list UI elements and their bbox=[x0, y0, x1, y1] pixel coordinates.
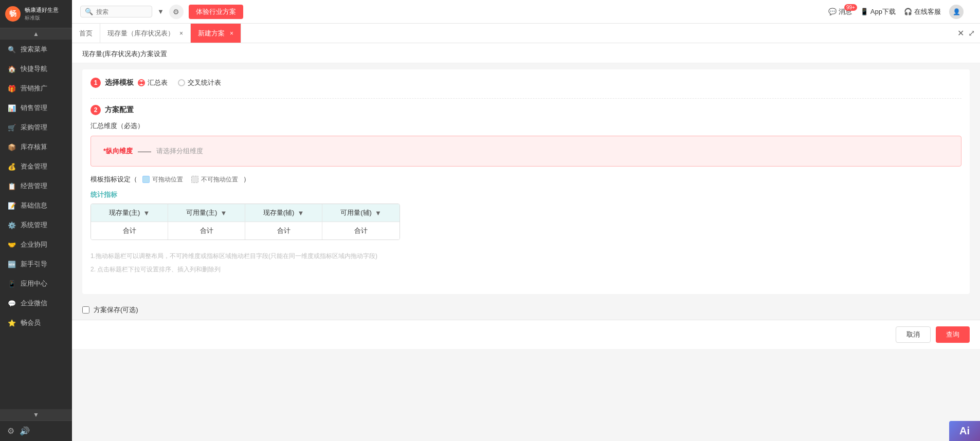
topbar-online-service[interactable]: 🎧 在线客服 bbox=[904, 7, 941, 16]
save-checkbox[interactable] bbox=[82, 306, 89, 314]
header-cell-0[interactable]: 现存量(主) ▼ bbox=[91, 204, 168, 222]
sidebar-item-wechat[interactable]: 💬 企业微信 bbox=[0, 293, 72, 313]
header-cell-1[interactable]: 可用量(主) ▼ bbox=[168, 204, 245, 222]
query-button[interactable]: 查询 bbox=[936, 326, 970, 343]
chat-icon: 💬 bbox=[7, 299, 16, 308]
topbar-search-box[interactable]: 🔍 bbox=[80, 6, 152, 17]
header-dropdown-1[interactable]: ▼ bbox=[220, 209, 227, 217]
message-icon: 💬 bbox=[828, 8, 837, 15]
sidebar-scroll-up[interactable]: ▲ bbox=[0, 28, 72, 40]
sidebar-item-label: 营销推广 bbox=[21, 84, 47, 93]
radio-cross[interactable]: 交叉统计表 bbox=[178, 78, 221, 87]
service-label: 在线客服 bbox=[914, 7, 941, 16]
settings-footer-icon[interactable]: ⚙ bbox=[7, 426, 14, 436]
info-icon: 📝 bbox=[7, 201, 16, 210]
window-expand-icon[interactable]: ⤢ bbox=[968, 28, 975, 38]
sidebar-item-finance[interactable]: 💰 资金管理 bbox=[0, 157, 72, 176]
tab-inventory[interactable]: 现存量（库存状况表） × bbox=[100, 24, 191, 43]
box-icon: 📦 bbox=[7, 142, 16, 152]
trial-btn[interactable]: 体验行业方案 bbox=[189, 5, 243, 19]
header-label-2: 现存量(辅) bbox=[263, 208, 295, 217]
chart-icon: 📊 bbox=[7, 103, 16, 113]
header-dropdown-0[interactable]: ▼ bbox=[143, 209, 150, 217]
sidebar-item-basic[interactable]: 📝 基础信息 bbox=[0, 196, 72, 215]
header-label-1: 可用量(主) bbox=[186, 208, 217, 217]
sidebar-item-label: 资金管理 bbox=[21, 162, 47, 171]
cancel-button[interactable]: 取消 bbox=[896, 326, 931, 343]
mobile-icon: 📱 bbox=[7, 279, 16, 288]
tab-new-plan-label: 新建方案 bbox=[198, 29, 225, 38]
window-close-icon[interactable]: ✕ bbox=[957, 28, 964, 38]
legend-fixed: 不可拖动位置 bbox=[191, 175, 238, 184]
app-logo-text: 畅康通好生意 标准版 bbox=[25, 6, 59, 21]
header-cell-2[interactable]: 现存量(辅) ▼ bbox=[245, 204, 322, 222]
step1-header: 1 选择模板 汇总表 交叉统计表 bbox=[90, 78, 961, 88]
sidebar-item-quick-nav[interactable]: 🏠 快捷导航 bbox=[0, 59, 72, 79]
sidebar-item-sales[interactable]: 📊 销售管理 bbox=[0, 98, 72, 118]
sound-footer-icon[interactable]: 🔊 bbox=[20, 426, 30, 436]
star-icon: ⭐ bbox=[7, 318, 16, 327]
tab-new-plan[interactable]: 新建方案 × bbox=[191, 24, 241, 43]
sidebar-item-label: 采购管理 bbox=[21, 123, 47, 132]
divider1 bbox=[90, 98, 961, 99]
indicator-legend: 可拖动位置 不可拖动位置 bbox=[142, 175, 238, 184]
stats-table-header: 现存量(主) ▼ 可用量(主) ▼ 现存量(辅) ▼ bbox=[91, 204, 400, 222]
indicator-setting-row: 模板指标设定（ 可拖动位置 不可拖动位置 ） bbox=[90, 175, 961, 184]
sidebar-item-label: 库存核算 bbox=[21, 142, 47, 152]
header-cell-3[interactable]: 可用量(辅) ▼ bbox=[322, 204, 400, 222]
sidebar-item-label: 企业协同 bbox=[21, 240, 47, 249]
money-icon: 💰 bbox=[7, 162, 16, 171]
step1-title: 选择模板 bbox=[105, 78, 134, 87]
search-input[interactable] bbox=[96, 8, 148, 15]
topbar-app-download[interactable]: 📱 App下载 bbox=[860, 7, 896, 16]
topbar: 🔍 ▼ ⚙ 体验行业方案 💬 消息 99+ 📱 App下载 🎧 在线客服 bbox=[72, 0, 980, 24]
sidebar-footer: ⚙ 🔊 bbox=[0, 420, 72, 441]
sidebar-item-marketing[interactable]: 🎁 营销推广 bbox=[0, 79, 72, 98]
topbar-messages[interactable]: 💬 消息 99+ bbox=[828, 7, 852, 16]
sidebar-item-inventory[interactable]: 📦 库存核算 bbox=[0, 137, 72, 157]
radio-summary-label: 汇总表 bbox=[148, 78, 168, 87]
settings-panel: 1 选择模板 汇总表 交叉统计表 bbox=[82, 69, 970, 294]
sidebar-item-search[interactable]: 🔍 搜索菜单 bbox=[0, 40, 72, 59]
sidebar-item-guide[interactable]: 🆕 新手引导 bbox=[0, 254, 72, 274]
tab-home[interactable]: 首页 bbox=[72, 24, 100, 43]
save-label: 方案保存(可选) bbox=[94, 305, 138, 315]
topbar-dropdown-arrow[interactable]: ▼ bbox=[157, 8, 164, 15]
stats-table: 现存量(主) ▼ 可用量(主) ▼ 现存量(辅) ▼ bbox=[90, 204, 400, 240]
sidebar-item-operations[interactable]: 📋 经营管理 bbox=[0, 176, 72, 196]
sidebar-item-purchase[interactable]: 🛒 采购管理 bbox=[0, 118, 72, 137]
app-logo-icon: 畅 bbox=[5, 6, 21, 22]
data-cell-2: 合计 bbox=[245, 222, 322, 240]
page-title: 现存量(库存状况表)方案设置 bbox=[82, 50, 167, 58]
sidebar-item-label: 新手引导 bbox=[21, 260, 47, 269]
stats-section: 统计指标 现存量(主) ▼ 可用量(主) ▼ bbox=[90, 190, 961, 242]
header-label-0: 现存量(主) bbox=[109, 208, 140, 217]
tab-inventory-close[interactable]: × bbox=[179, 30, 183, 37]
main-content: 🔍 ▼ ⚙ 体验行业方案 💬 消息 99+ 📱 App下载 🎧 在线客服 bbox=[72, 0, 980, 441]
template-radio-group: 汇总表 交叉统计表 bbox=[138, 78, 221, 87]
ai-badge: Ai bbox=[949, 421, 980, 441]
topbar-settings-btn[interactable]: ⚙ bbox=[169, 5, 184, 19]
step1-section: 1 选择模板 汇总表 交叉统计表 bbox=[90, 78, 961, 88]
sidebar-item-member[interactable]: ⭐ 畅会员 bbox=[0, 313, 72, 333]
cart-icon: 🛒 bbox=[7, 123, 16, 132]
dimension-config-box[interactable]: *纵向维度 —— 请选择分组维度 bbox=[90, 136, 961, 167]
sidebar-scroll-down[interactable]: ▼ bbox=[0, 409, 72, 420]
sidebar-item-label: 搜索菜单 bbox=[21, 45, 47, 54]
search-icon: 🔍 bbox=[85, 8, 93, 15]
sidebar-item-label: 销售管理 bbox=[21, 103, 47, 113]
radio-cross-circle bbox=[178, 79, 185, 86]
sidebar-item-system[interactable]: ⚙️ 系统管理 bbox=[0, 215, 72, 235]
home-icon: 🏠 bbox=[7, 64, 16, 74]
header-dropdown-2[interactable]: ▼ bbox=[297, 209, 304, 217]
sidebar-item-label: 应用中心 bbox=[21, 279, 47, 288]
header-dropdown-3[interactable]: ▼ bbox=[375, 209, 382, 217]
sidebar-item-contract[interactable]: 🤝 企业协同 bbox=[0, 235, 72, 254]
tab-new-plan-close[interactable]: × bbox=[230, 30, 233, 37]
sidebar-item-label: 基础信息 bbox=[21, 201, 47, 210]
sidebar-item-apps[interactable]: 📱 应用中心 bbox=[0, 274, 72, 293]
message-badge: 99+ bbox=[844, 4, 857, 11]
tip-1: 1.拖动标题栏可以调整布局，不可跨维度或指标区域拖动栏目字段(只能在同一维度或指… bbox=[90, 250, 961, 262]
clipboard-icon: 📋 bbox=[7, 181, 16, 191]
radio-summary[interactable]: 汇总表 bbox=[138, 78, 168, 87]
